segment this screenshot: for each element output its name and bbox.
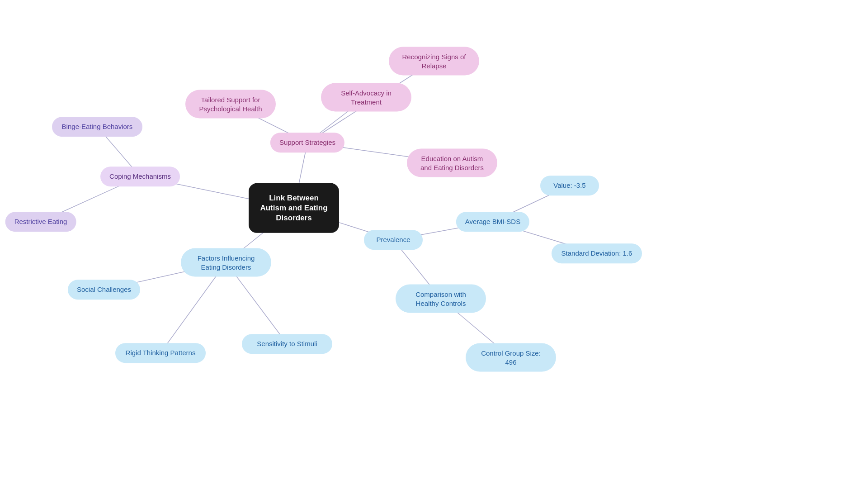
node-sensitivity: Sensitivity to Stimuli [242,334,332,354]
mind-map: Link Between Autism and Eating Disorders… [0,0,868,490]
node-binge: Binge-Eating Behaviors [52,117,142,137]
node-prevalence: Prevalence [364,230,423,250]
node-value: Value: -3.5 [540,176,599,195]
node-controlgroup: Control Group Size: 496 [466,343,556,372]
center-node: Link Between Autism and Eating Disorders [249,183,339,233]
node-recognizing: Recognizing Signs of Relapse [389,47,479,76]
node-social: Social Challenges [68,280,140,300]
node-education: Education on Autism and Eating Disorders [407,149,497,177]
node-avgbmi: Average BMI-SDS [456,212,529,232]
node-rigid: Rigid Thinking Patterns [115,343,206,363]
node-support: Support Strategies [270,133,344,152]
node-factors: Factors Influencing Eating Disorders [181,248,271,277]
node-tailored: Tailored Support for Psychological Healt… [185,90,276,119]
node-coping: Coping Mechanisms [100,167,180,186]
node-restrictive: Restrictive Eating [5,212,76,232]
node-stddev: Standard Deviation: 1.6 [552,243,642,263]
node-selfadvocacy: Self-Advocacy in Treatment [321,83,411,112]
node-comparison: Comparison with Healthy Controls [396,285,486,313]
